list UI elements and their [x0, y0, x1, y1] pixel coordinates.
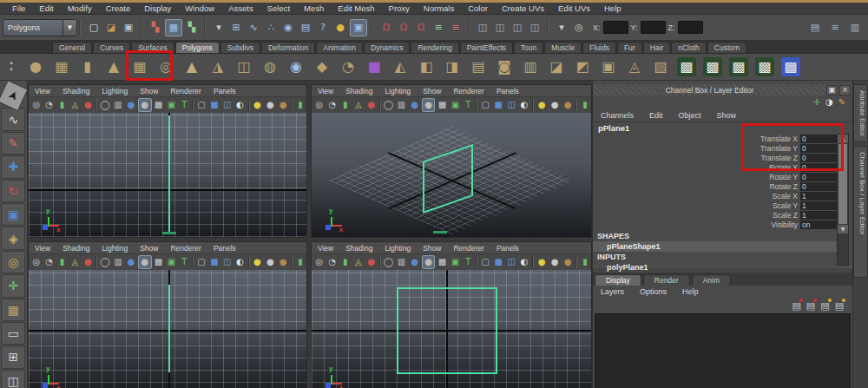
channel-label-scale-y[interactable]: Scale Y: [773, 201, 798, 210]
shape-node-name[interactable]: pPlaneShape1: [593, 241, 837, 252]
default-light-icon[interactable]: ●: [252, 256, 264, 268]
poly-text-icon[interactable]: ◭: [387, 55, 413, 79]
flat-shade-icon[interactable]: ▥: [396, 256, 408, 268]
poly-cube-icon[interactable]: ▦: [49, 55, 75, 79]
exposure-slider-icon[interactable]: ▮: [294, 99, 306, 111]
image-plane-icon[interactable]: ◬: [69, 256, 81, 268]
spherical-mapping-icon[interactable]: ▩: [729, 57, 748, 76]
purple-cube-icon[interactable]: ■: [361, 55, 387, 79]
menu-color[interactable]: Color: [461, 3, 495, 13]
input-connections-icon[interactable]: Ω: [378, 20, 394, 36]
channel-value-rotate-y[interactable]: 0: [800, 173, 837, 181]
viewport-persp-view[interactable]: ViewShadingLightingShowRendererPanels◎◔▮…: [311, 84, 592, 238]
default-light-icon[interactable]: ●: [252, 99, 264, 111]
snap-to-points-icon[interactable]: ∴: [263, 20, 279, 36]
attribute-editor-toggle-icon[interactable]: ▥: [847, 20, 863, 36]
selected-plane-edge[interactable]: [168, 115, 170, 233]
menu-edit[interactable]: Edit: [32, 3, 60, 13]
viewport-menu-panels[interactable]: Panels: [207, 87, 242, 95]
viewport-menu-view[interactable]: View: [312, 244, 339, 253]
new-scene-icon[interactable]: ▢: [86, 20, 102, 36]
open-render-view-icon[interactable]: ◫: [475, 20, 490, 36]
camera-attributes-icon[interactable]: ◔: [326, 99, 339, 111]
shelf-tab-fur[interactable]: Fur: [617, 42, 642, 53]
smooth-shade-icon[interactable]: ●: [409, 256, 421, 268]
viewport-menu-lighting[interactable]: Lighting: [95, 244, 134, 253]
menu-proxy[interactable]: Proxy: [382, 3, 417, 13]
solid-cube-icon[interactable]: ■: [492, 99, 504, 111]
shelf-tab-muscle[interactable]: Muscle: [544, 42, 582, 53]
paint-selection-tool[interactable]: ✎: [1, 132, 25, 155]
viewport-menu-shading[interactable]: Shading: [339, 87, 378, 95]
channel-label-rotate-z[interactable]: Rotate Z: [769, 182, 798, 191]
viewport-menu-renderer[interactable]: Renderer: [447, 87, 490, 95]
flat-shade-icon[interactable]: ▥: [112, 256, 124, 268]
render-ball-icon[interactable]: ◐: [234, 256, 247, 268]
front-view-canvas[interactable]: yx: [29, 270, 306, 388]
shelf-tab-custom[interactable]: Custom: [707, 42, 746, 53]
ambient-light-icon[interactable]: ●: [277, 256, 289, 268]
channel-label-translate-x[interactable]: Translate X: [760, 135, 798, 143]
shelf-tab-deformation[interactable]: Deformation: [261, 42, 315, 53]
snap-to-projected-center-icon[interactable]: ◉: [280, 20, 296, 36]
textured-highlight-icon[interactable]: T: [462, 256, 474, 268]
menu-create[interactable]: Create: [99, 3, 138, 13]
render-ball-icon[interactable]: ◐: [518, 99, 530, 111]
transfer-attributes-icon[interactable]: ◩: [569, 55, 595, 79]
menu-select[interactable]: Select: [260, 3, 297, 13]
snap-to-view-planes-icon[interactable]: ▤: [298, 20, 313, 36]
extrude-icon[interactable]: ▣: [595, 55, 621, 79]
textured-mode-icon[interactable]: ▣: [449, 256, 461, 268]
render-settings-icon[interactable]: ◫: [527, 20, 542, 36]
select-camera-icon[interactable]: ◎: [30, 256, 43, 268]
layout-single-pane-button[interactable]: ▭: [1, 322, 25, 345]
default-light-icon[interactable]: ●: [536, 99, 548, 111]
selected-object-name[interactable]: pPlane1: [593, 122, 852, 134]
viewport-menu-lighting[interactable]: Lighting: [95, 87, 134, 95]
menu-create-uvs[interactable]: Create UVs: [495, 3, 551, 13]
manipulator-icon[interactable]: ✛: [813, 98, 820, 107]
x-ray-icon[interactable]: ▩: [153, 99, 165, 111]
smooth-shade-icon[interactable]: ●: [125, 99, 137, 111]
layout-persp-outliner-button[interactable]: ◫: [1, 370, 25, 388]
select-camera-icon[interactable]: ◎: [30, 99, 43, 111]
poly-plane-icon[interactable]: ▦: [127, 55, 153, 79]
tab-channel-box-layer-editor[interactable]: Channel Box / Layer Editor: [853, 146, 868, 278]
selected-poly-plane[interactable]: [397, 287, 497, 374]
boolean-union-icon[interactable]: ◙: [491, 55, 517, 79]
poly-cylinder-icon[interactable]: ▮: [75, 55, 101, 79]
viewport-menu-show[interactable]: Show: [417, 244, 447, 253]
automatic-mapping-icon[interactable]: ▩: [755, 57, 774, 76]
bounding-box-icon[interactable]: ●: [422, 255, 436, 269]
wireframe-mode-icon[interactable]: ◯: [99, 99, 111, 111]
connection-editor-icon[interactable]: Ω: [413, 20, 429, 36]
side-view-canvas[interactable]: yx: [312, 270, 591, 388]
flat-shade-icon[interactable]: ▥: [112, 99, 124, 111]
textured-mode-icon[interactable]: ▣: [165, 256, 177, 268]
image-plane-icon[interactable]: ◬: [69, 99, 81, 111]
selection-mask-component-icon[interactable]: ▚: [184, 20, 200, 36]
move-layer-down-icon[interactable]: ▤: [806, 301, 815, 311]
menu-file[interactable]: File: [5, 3, 32, 13]
z-field[interactable]: [678, 21, 703, 34]
poly-sphere-icon[interactable]: ●: [23, 55, 49, 79]
menu-help[interactable]: Help: [597, 3, 628, 13]
wireframe-mode-icon[interactable]: ◯: [99, 256, 111, 268]
viewport-menu-renderer[interactable]: Renderer: [447, 244, 490, 253]
save-scene-icon[interactable]: ▣: [121, 20, 136, 36]
two-sided-lighting-icon[interactable]: ●: [82, 256, 94, 268]
image-plane-icon[interactable]: ◬: [352, 99, 365, 111]
menu-assets[interactable]: Assets: [221, 3, 260, 13]
planar-mapping-icon[interactable]: ▩: [677, 57, 696, 76]
render-ball-icon[interactable]: ◐: [518, 256, 530, 268]
viewport-menu-lighting[interactable]: Lighting: [378, 244, 417, 253]
viewport-menu-panels[interactable]: Panels: [490, 244, 525, 253]
two-sided-lighting-icon[interactable]: ●: [365, 256, 378, 268]
shelf-tab-toon[interactable]: Toon: [514, 42, 543, 53]
image-plane-icon[interactable]: ◬: [352, 256, 365, 268]
combined-select-caret-icon[interactable]: ▾: [211, 20, 227, 36]
wire-cube-icon[interactable]: ▢: [479, 256, 491, 268]
construction-history-on-icon[interactable]: ≡: [431, 20, 446, 36]
viewport-menu-shading[interactable]: Shading: [56, 244, 95, 253]
x-ray-icon[interactable]: ▩: [153, 256, 165, 268]
